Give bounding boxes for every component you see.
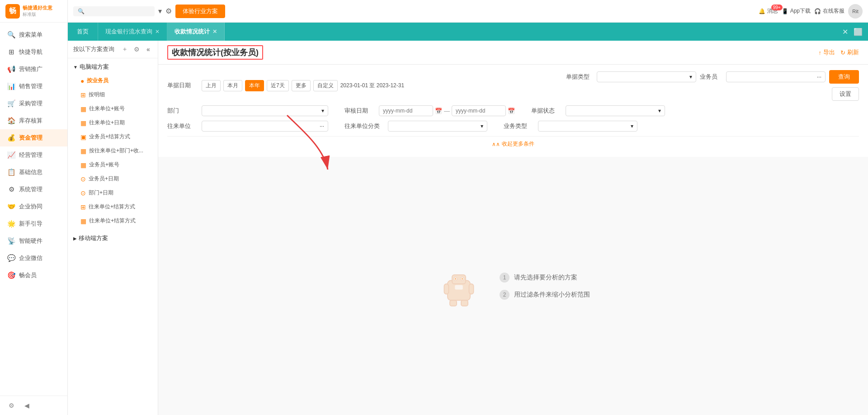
content-area: 按以下方案查询 ＋ ⚙ « ▼ 电脑端方案 ● 按业务员: [68, 41, 868, 415]
sidebar-item-wechat[interactable]: 💬 企业微信: [0, 250, 67, 267]
scheme-item-icon-detail: ⊞: [80, 91, 86, 99]
scheme-settings-icon[interactable]: ⚙: [132, 45, 141, 53]
logo-name: 畅捷通好生意: [23, 5, 52, 11]
sidebar-item-guide[interactable]: 🌟 新手引导: [0, 215, 67, 232]
scheme-item-by-unit-date[interactable]: ▦ 往来单位+日期: [68, 116, 158, 130]
hint-item-1: 1 请先选择要分析的方案: [500, 273, 577, 283]
tab-bank-flow[interactable]: 现金银行流水查询 ✕: [98, 23, 167, 41]
document-type-select[interactable]: ▾: [597, 71, 696, 82]
sidebar-item-member[interactable]: 🎯 畅会员: [0, 267, 67, 284]
settings-button[interactable]: 设置: [832, 87, 859, 101]
doc-status-select[interactable]: ▾: [566, 105, 665, 116]
date-btn-this-year[interactable]: 本年: [245, 80, 264, 91]
sidebar-item-system[interactable]: ⚙ 系统管理: [0, 181, 67, 198]
scheme-item-by-unit-settle1[interactable]: ⊞ 往来单位+结算方式: [68, 200, 158, 214]
scheme-item-by-salesperson-settle[interactable]: ▣ 业务员+结算方式: [68, 130, 158, 144]
corp-icon: 🤝: [7, 203, 15, 211]
scheme-item-by-unit-settle2[interactable]: ▦ 往来单位+结算方式: [68, 214, 158, 228]
sidebar-item-finance[interactable]: 💰 资金管理: [0, 129, 67, 146]
tab-close-window-icon[interactable]: ✕: [842, 28, 848, 36]
sidebar-item-corp[interactable]: 🤝 企业协同: [0, 198, 67, 215]
tab-receipt-stats-close[interactable]: ✕: [212, 28, 217, 35]
scheme-item-icon-unit-settle1: ⊞: [80, 203, 86, 211]
dept-label: 部门: [167, 107, 194, 115]
sidebar-item-sales[interactable]: 📊 销售管理: [0, 78, 67, 95]
biz-type-select[interactable]: ▾: [538, 121, 637, 132]
sidebar-item-inventory[interactable]: 🏠 库存核算: [0, 112, 67, 129]
hardware-icon: 📡: [7, 237, 15, 245]
sidebar-item-operation[interactable]: 📈 经营管理: [0, 146, 67, 164]
tab-maximize-icon[interactable]: ⬜: [854, 28, 863, 36]
scheme-panel-header: 按以下方案查询 ＋ ⚙ «: [68, 41, 158, 58]
sidebar-item-nav[interactable]: ⊞ 快捷导航: [0, 43, 67, 61]
notification-area[interactable]: 🔔 消息 99+: [759, 7, 778, 15]
user-avatar[interactable]: Rit: [848, 4, 863, 19]
topbar-dropdown-icon[interactable]: ▾: [158, 7, 162, 15]
ellipsis-icon: ···: [817, 74, 821, 80]
date-btn-last7[interactable]: 近7天: [267, 80, 289, 91]
scheme-item-by-sp-date[interactable]: ⊙ 业务员+日期: [68, 172, 158, 186]
scheme-group-desktop-title[interactable]: ▼ 电脑端方案: [68, 60, 158, 74]
operation-icon: 📈: [7, 151, 15, 159]
refresh-button[interactable]: ↻ 刷新: [840, 48, 859, 57]
online-service-area[interactable]: 🎧 在线客服: [814, 7, 844, 15]
topbar-settings-icon[interactable]: ⚙: [165, 7, 172, 15]
sidebar-item-purchase[interactable]: 🛒 采购管理: [0, 95, 67, 112]
scheme-group-mobile-title[interactable]: ▶ 移动端方案: [68, 231, 158, 245]
bell-icon: 🔔: [759, 8, 765, 14]
logo-badge: 标准版: [23, 11, 52, 18]
topbar: 🔍 ▾ ⚙ 体验行业方案 🔔 消息 99+ 📱 App下载 🎧 在线客服: [68, 0, 868, 23]
dept-select[interactable]: ▾: [202, 105, 328, 116]
date-btn-this-month[interactable]: 本月: [223, 80, 242, 91]
review-date-from[interactable]: [379, 105, 433, 116]
export-icon: ↑: [819, 49, 822, 56]
sidebar-item-search[interactable]: 🔍 搜索菜单: [0, 26, 67, 43]
sidebar-item-hardware[interactable]: 📡 智能硬件: [0, 232, 67, 250]
scheme-item-by-detail[interactable]: ⊞ 按明细: [68, 88, 158, 102]
counterpart-cat-label: 往来单位分类: [344, 122, 381, 130]
counterpart-label: 往来单位: [167, 122, 194, 130]
query-button[interactable]: 查询: [829, 70, 859, 84]
topbar-search-icon: 🔍: [78, 8, 85, 14]
scheme-item-by-sp-account[interactable]: ▦ 业务员+账号: [68, 158, 158, 172]
app-download-area[interactable]: 📱 App下载: [782, 7, 811, 15]
svg-point-4: [455, 278, 457, 279]
salesperson-label: 业务员: [700, 73, 722, 81]
tabs-right-actions: ✕ ⬜: [842, 28, 868, 36]
tab-home[interactable]: 首页: [68, 23, 98, 41]
scheme-item-icon-unit-account: ▦: [80, 105, 86, 113]
trial-button[interactable]: 体验行业方案: [175, 5, 225, 18]
bottom-hints: 1 请先选择要分析的方案 2 用过滤条件来缩小分析范围: [500, 273, 590, 300]
scheme-item-by-dept-date[interactable]: ⊙ 部门+日期: [68, 186, 158, 200]
cal-icon-from: 📅: [435, 108, 442, 114]
scheme-item-by-unit-account[interactable]: ▦ 往来单位+账号: [68, 102, 158, 116]
footer-settings-icon[interactable]: ⚙: [7, 401, 15, 410]
date-btn-custom[interactable]: 自定义: [313, 80, 338, 91]
bottom-area: 1 请先选择要分析的方案 2 用过滤条件来缩小分析范围: [158, 157, 868, 415]
counterpart-cat-chevron-icon: ▾: [481, 123, 483, 129]
counterpart-select[interactable]: ···: [202, 121, 328, 132]
scheme-item-by-unit-dept[interactable]: ▦ 按往来单位+部门+收...: [68, 144, 158, 158]
sidebar-item-marketing[interactable]: 📢 营销推广: [0, 61, 67, 78]
scheme-item-icon-dept-date: ⊙: [80, 189, 86, 197]
filter-right-bottom: 设置: [832, 87, 859, 101]
scheme-add-icon[interactable]: ＋: [121, 45, 129, 53]
tab-receipt-stats[interactable]: 收款情况统计 ✕: [167, 23, 225, 41]
date-btn-more[interactable]: 更多: [292, 80, 311, 91]
collapse-bar[interactable]: ∧∧ 收起更多条件: [167, 136, 859, 151]
review-date-to[interactable]: [452, 105, 506, 116]
base-icon: 📋: [7, 168, 15, 176]
export-button[interactable]: ↑ 导出: [819, 48, 835, 57]
tab-bank-flow-close[interactable]: ✕: [155, 28, 160, 35]
sidebar-item-base[interactable]: 📋 基础信息: [0, 164, 67, 181]
scheme-collapse-icon[interactable]: «: [144, 45, 152, 53]
counterpart-cat-select[interactable]: ▾: [388, 121, 487, 132]
finance-icon: 💰: [7, 134, 15, 142]
footer-collapse-icon[interactable]: ◀: [23, 401, 31, 410]
salesperson-select[interactable]: ···: [726, 71, 826, 82]
topbar-search[interactable]: 🔍: [73, 6, 155, 16]
date-options: 上月 本月 本年 近7天 更多 自定义 2023-01-01 至 2023-12…: [202, 80, 404, 91]
date-range-text: 2023-01-01 至 2023-12-31: [340, 82, 404, 90]
date-btn-last-month[interactable]: 上月: [202, 80, 221, 91]
scheme-item-by-salesperson[interactable]: ● 按业务员: [68, 74, 158, 88]
